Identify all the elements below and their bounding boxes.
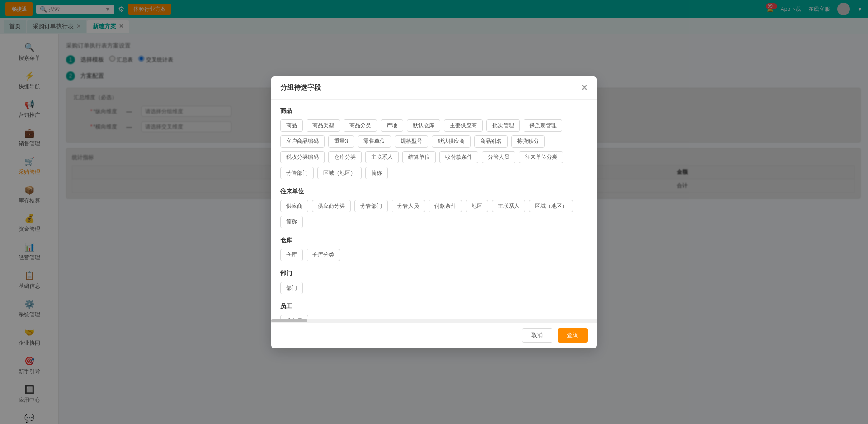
section-staff-title: 员工 <box>280 302 588 310</box>
tag-partner-5[interactable]: 付款条件 <box>429 200 462 212</box>
scroll-thumb <box>271 319 307 322</box>
section-warehouse: 仓库 仓库 仓库分类 <box>280 236 588 261</box>
tag-goods-17[interactable]: 仓库分类 <box>328 151 362 163</box>
modal-overlay: 分组待选字段 ✕ 商品 商品 商品类型 商品分类 产地 默认仓库 主要供应商 批… <box>0 0 868 424</box>
cancel-button[interactable]: 取消 <box>522 328 552 343</box>
tag-goods-23[interactable]: 分管部门 <box>280 167 314 179</box>
tag-goods-14[interactable]: 商品别名 <box>474 135 508 148</box>
tag-goods-24[interactable]: 区域（地区） <box>317 167 362 179</box>
modal-close-btn[interactable]: ✕ <box>581 83 588 93</box>
tag-goods-9[interactable]: 客户商品编码 <box>280 135 325 148</box>
tag-goods-12[interactable]: 规格型号 <box>395 135 428 148</box>
tag-partner-3[interactable]: 分管部门 <box>354 200 388 212</box>
tag-goods-18[interactable]: 主联系人 <box>365 151 399 163</box>
modal-title: 分组待选字段 <box>280 83 321 92</box>
tag-partner-9[interactable]: 简称 <box>280 216 303 228</box>
modal-footer: 取消 查询 <box>271 322 597 348</box>
tag-goods-11[interactable]: 零售单位 <box>358 135 391 148</box>
tag-goods-13[interactable]: 默认供应商 <box>432 135 471 148</box>
tag-goods-21[interactable]: 分管人员 <box>482 151 515 163</box>
tag-goods-19[interactable]: 结算单位 <box>402 151 436 163</box>
tag-goods-25[interactable]: 简称 <box>365 167 388 179</box>
warehouse-tags: 仓库 仓库分类 <box>280 249 588 261</box>
field-select-modal: 分组待选字段 ✕ 商品 商品 商品类型 商品分类 产地 默认仓库 主要供应商 批… <box>271 76 597 348</box>
tag-partner-6[interactable]: 地区 <box>466 200 488 212</box>
section-goods: 商品 商品 商品类型 商品分类 产地 默认仓库 主要供应商 批次管理 保质期管理… <box>280 107 588 179</box>
section-partner-title: 往来单位 <box>280 187 588 195</box>
tag-goods-2[interactable]: 商品类型 <box>307 119 340 132</box>
tag-goods-20[interactable]: 收付款条件 <box>439 151 478 163</box>
staff-tags: 业务员 <box>280 315 588 319</box>
tag-goods-4[interactable]: 产地 <box>381 119 403 132</box>
tag-partner-1[interactable]: 供应商 <box>280 200 308 212</box>
partner-tags: 供应商 供应商分类 分管部门 分管人员 付款条件 地区 主联系人 区域（地区） … <box>280 200 588 228</box>
section-department-title: 部门 <box>280 269 588 277</box>
modal-header: 分组待选字段 ✕ <box>271 76 597 100</box>
tag-goods-15[interactable]: 拣货积分 <box>511 135 545 148</box>
horizontal-scrollbar[interactable] <box>271 319 597 322</box>
tag-warehouse-2[interactable]: 仓库分类 <box>307 249 340 261</box>
tag-goods-7[interactable]: 批次管理 <box>486 119 520 132</box>
section-goods-title: 商品 <box>280 107 588 115</box>
tag-goods-5[interactable]: 默认仓库 <box>407 119 440 132</box>
section-staff: 员工 业务员 <box>280 302 588 319</box>
section-department: 部门 部门 <box>280 269 588 294</box>
modal-body[interactable]: 商品 商品 商品类型 商品分类 产地 默认仓库 主要供应商 批次管理 保质期管理… <box>271 100 597 319</box>
tag-goods-8[interactable]: 保质期管理 <box>524 119 562 132</box>
tag-warehouse-1[interactable]: 仓库 <box>280 249 303 261</box>
section-partner: 往来单位 供应商 供应商分类 分管部门 分管人员 付款条件 地区 主联系人 区域… <box>280 187 588 228</box>
tag-partner-7[interactable]: 主联系人 <box>492 200 525 212</box>
tag-partner-4[interactable]: 分管人员 <box>392 200 425 212</box>
section-warehouse-title: 仓库 <box>280 236 588 244</box>
tag-department-1[interactable]: 部门 <box>280 282 303 294</box>
tag-partner-8[interactable]: 区域（地区） <box>529 200 573 212</box>
tag-goods-1[interactable]: 商品 <box>280 119 303 132</box>
tag-partner-2[interactable]: 供应商分类 <box>312 200 351 212</box>
tag-goods-10[interactable]: 重量3 <box>328 135 354 148</box>
tag-goods-22[interactable]: 往来单位分类 <box>519 151 563 163</box>
tag-goods-6[interactable]: 主要供应商 <box>444 119 483 132</box>
confirm-button[interactable]: 查询 <box>558 328 588 343</box>
tag-goods-3[interactable]: 商品分类 <box>344 119 377 132</box>
tag-goods-16[interactable]: 税收分类编码 <box>280 151 325 163</box>
tag-staff-1[interactable]: 业务员 <box>280 315 308 319</box>
department-tags: 部门 <box>280 282 588 294</box>
goods-tags: 商品 商品类型 商品分类 产地 默认仓库 主要供应商 批次管理 保质期管理 客户… <box>280 119 588 179</box>
